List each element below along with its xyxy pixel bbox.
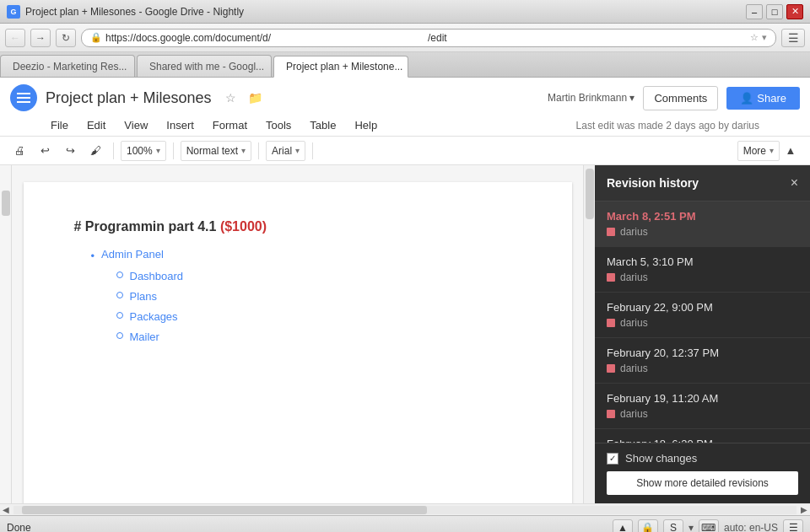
- menu-insert[interactable]: Insert: [158, 115, 202, 136]
- app-icon: G: [7, 5, 20, 19]
- status-spell-icon[interactable]: S: [663, 519, 683, 533]
- sub-item-label: Packages: [130, 309, 178, 326]
- scrollbar-track[interactable]: [14, 506, 796, 514]
- font-arrow-icon: ▾: [295, 146, 300, 155]
- revision-item[interactable]: February 20, 12:37 PM darius: [595, 338, 810, 384]
- revision-user-name: darius: [620, 317, 648, 329]
- share-button[interactable]: 👤 Share: [726, 87, 800, 110]
- show-changes-label[interactable]: Show changes: [625, 452, 697, 465]
- status-arrow-up-icon[interactable]: ▲: [613, 519, 633, 533]
- user-color-dot: [607, 319, 615, 327]
- tab-shared[interactable]: Shared with me - Googl... ✕: [137, 55, 272, 77]
- user-color-dot: [607, 228, 615, 236]
- separator-2: [173, 142, 174, 159]
- revision-user: darius: [607, 317, 798, 329]
- dropdown-icon[interactable]: ▾: [762, 32, 767, 43]
- menu-tools[interactable]: Tools: [257, 115, 300, 136]
- font-dropdown[interactable]: Arial ▾: [266, 141, 305, 161]
- status-lang-icon[interactable]: ⌨: [699, 519, 719, 533]
- revision-list[interactable]: March 8, 2:51 PM darius March 5, 3:10 PM…: [595, 202, 810, 443]
- maximize-button[interactable]: □: [766, 4, 783, 19]
- print-button[interactable]: 🖨: [8, 140, 30, 162]
- revision-item[interactable]: February 19, 11:20 AM darius: [595, 384, 810, 429]
- comments-button[interactable]: Comments: [643, 86, 718, 110]
- revision-item[interactable]: February 22, 9:00 PM darius: [595, 293, 810, 338]
- star-icon[interactable]: ☆: [225, 91, 236, 105]
- doc-vertical-scrollbar[interactable]: [583, 165, 595, 503]
- menu-file[interactable]: File: [42, 115, 77, 136]
- status-accessibility-icon[interactable]: ☰: [783, 519, 803, 533]
- menu-format[interactable]: Format: [204, 115, 256, 136]
- tab-close-deezio[interactable]: ✕: [133, 61, 135, 72]
- collapse-toolbar-button[interactable]: ▲: [780, 140, 802, 162]
- v-scrollbar-thumb[interactable]: [2, 191, 10, 216]
- folder-icon[interactable]: 📁: [248, 91, 262, 105]
- user-color-dot: [607, 273, 615, 282]
- sub-item-dashboard: Dashboard: [116, 268, 521, 286]
- status-bar: Done ▲ 🔒 S ▾ ⌨ auto: en-US ☰: [0, 515, 810, 532]
- style-arrow-icon: ▾: [241, 146, 246, 155]
- paint-format-button[interactable]: 🖌: [84, 140, 106, 162]
- show-changes-row: ✓ Show changes: [607, 452, 798, 465]
- browser-menu-button[interactable]: ☰: [781, 29, 805, 47]
- menu-view[interactable]: View: [116, 115, 156, 136]
- document-title[interactable]: Project plan + Milesones: [46, 89, 212, 107]
- revision-user-name: darius: [620, 363, 648, 374]
- last-edit-text: Last edit was made 2 days ago by darius: [576, 120, 768, 132]
- status-shield-icon[interactable]: 🔒: [638, 519, 658, 533]
- user-name: Martin Brinkmann ▾: [548, 92, 634, 104]
- revision-item[interactable]: March 8, 2:51 PM darius: [595, 202, 810, 247]
- status-lang-text: auto: en-US: [724, 522, 778, 533]
- url-actions: ☆ ▾: [750, 32, 767, 43]
- show-changes-checkbox[interactable]: ✓: [607, 453, 618, 465]
- tab-label: Shared with me - Googl...: [149, 61, 264, 73]
- revision-user-name: darius: [620, 271, 648, 283]
- minimize-button[interactable]: –: [746, 4, 763, 19]
- undo-button[interactable]: ↩: [34, 140, 56, 162]
- docs-menu-bar: File Edit View Insert Format Tools Table…: [0, 115, 810, 136]
- sub-circle-icon: [116, 312, 123, 319]
- separator-3: [258, 142, 259, 159]
- url-bar[interactable]: 🔒 https://docs.google.com/document/d/ /e…: [81, 29, 776, 47]
- revision-date: February 19, 11:20 AM: [607, 392, 798, 405]
- bookmark-icon[interactable]: ☆: [750, 32, 759, 43]
- scrollbar-thumb[interactable]: [22, 506, 427, 514]
- docs-title-bar: Project plan + Milesones ☆ 📁 Martin Brin…: [0, 78, 810, 115]
- revision-close-button[interactable]: ×: [791, 175, 798, 191]
- bullet-dot-icon: •: [91, 248, 95, 266]
- more-dropdown[interactable]: More ▾: [737, 141, 780, 161]
- hamburger-button[interactable]: [10, 84, 37, 111]
- tab-project-plan[interactable]: Project plan + Milestone... ✕: [273, 56, 408, 78]
- document-area[interactable]: # Programmin part 4.1 ($1000) • Admin Pa…: [12, 165, 583, 503]
- revision-footer: ✓ Show changes Show more detailed revisi…: [595, 443, 810, 503]
- revision-user-name: darius: [620, 226, 648, 238]
- redo-button[interactable]: ↪: [59, 140, 81, 162]
- show-more-revisions-button[interactable]: Show more detailed revisions: [607, 471, 798, 495]
- menu-table[interactable]: Table: [301, 115, 344, 136]
- menu-help[interactable]: Help: [346, 115, 386, 136]
- zoom-dropdown[interactable]: 100% ▾: [121, 141, 166, 161]
- separator-4: [312, 142, 313, 159]
- menu-edit[interactable]: Edit: [78, 115, 114, 136]
- sub-circle-icon: [116, 271, 123, 278]
- forward-button[interactable]: →: [30, 29, 51, 47]
- scroll-left-button[interactable]: ◀: [0, 504, 12, 516]
- back-button[interactable]: ←: [5, 29, 25, 47]
- docs-header: Project plan + Milesones ☆ 📁 Martin Brin…: [0, 78, 810, 137]
- revision-date: March 5, 3:10 PM: [607, 255, 798, 268]
- status-icons: ▲ 🔒 S ▾ ⌨ auto: en-US ☰: [613, 519, 803, 533]
- reload-button[interactable]: ↻: [56, 29, 76, 47]
- sub-item-packages: Packages: [116, 309, 521, 326]
- sub-circle-icon: [116, 292, 123, 298]
- style-dropdown[interactable]: Normal text ▾: [181, 141, 251, 161]
- tab-deezio[interactable]: Deezio - Marketing Res... ✕: [0, 55, 135, 77]
- horizontal-scrollbar[interactable]: ◀ ▶: [0, 503, 810, 515]
- tab-close-shared[interactable]: ✕: [271, 61, 272, 72]
- user-color-dot: [607, 364, 615, 373]
- scrollbar-thumb[interactable]: [586, 169, 594, 219]
- scroll-right-button[interactable]: ▶: [798, 504, 810, 516]
- window-controls[interactable]: – □ ✕: [746, 4, 803, 19]
- revision-item[interactable]: March 5, 3:10 PM darius: [595, 247, 810, 293]
- revision-item[interactable]: February 18, 6:30 PM darius: [595, 429, 810, 443]
- close-button[interactable]: ✕: [786, 4, 803, 19]
